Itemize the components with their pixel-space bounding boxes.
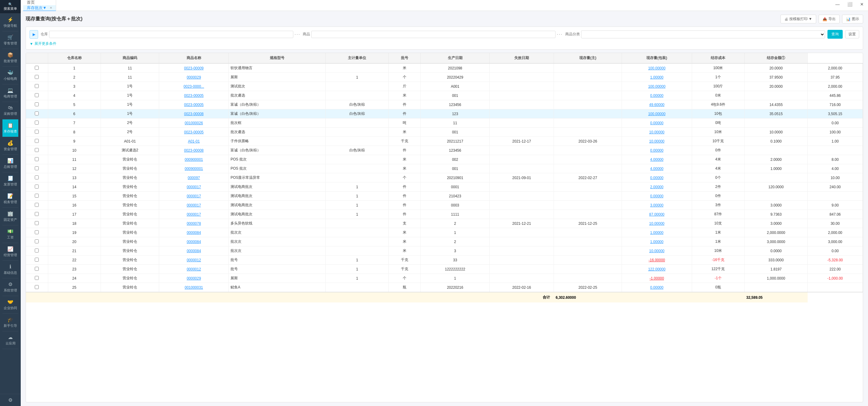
cell-10-3[interactable]: 000900001 xyxy=(159,155,229,164)
row-checkbox[interactable] xyxy=(35,130,39,134)
sidebar-item-7[interactable]: 💰资金管理 xyxy=(2,137,18,155)
cell-7-3[interactable]: 0023-00005 xyxy=(159,128,229,137)
row-checkbox[interactable] xyxy=(35,121,39,125)
row-checkbox[interactable] xyxy=(35,75,39,79)
sidebar-item-13[interactable]: 📈经营管理 xyxy=(2,243,18,261)
cell-7-10[interactable]: 10.00000 xyxy=(622,128,692,137)
row-checkbox[interactable] xyxy=(35,66,39,70)
row-checkbox[interactable] xyxy=(35,230,39,234)
cell-9-10[interactable]: 0.00000 xyxy=(622,146,692,155)
cell-5-10[interactable]: 100.00000 xyxy=(622,109,692,119)
row-checkbox[interactable] xyxy=(35,184,39,189)
cell-6-10[interactable]: 0.00000 xyxy=(622,119,692,128)
cell-3-3[interactable]: 0023-00005 xyxy=(159,91,229,100)
cell-21-3[interactable]: 0000012 xyxy=(159,256,229,265)
warehouse-input[interactable] xyxy=(49,31,293,38)
sidebar-item-9[interactable]: 🧾发票管理 xyxy=(2,172,18,190)
cell-11-3[interactable]: 000900001 xyxy=(159,164,229,173)
cell-22-3[interactable]: 0000012 xyxy=(159,265,229,274)
sidebar-item-17[interactable]: 🎓新手引导 xyxy=(2,314,18,331)
cell-23-10[interactable]: -1.00000 xyxy=(622,274,692,283)
row-checkbox[interactable] xyxy=(35,111,39,115)
cell-0-10[interactable]: 100.00000 xyxy=(622,63,692,73)
print-button[interactable]: 🖨 按模板打印 ▼ xyxy=(780,14,816,24)
cell-19-10[interactable]: 1.00000 xyxy=(622,237,692,246)
cell-0-3[interactable]: 0023-00009 xyxy=(159,63,229,73)
cell-23-3[interactable]: 0000029 xyxy=(159,274,229,283)
settings-button[interactable]: 设置 xyxy=(845,30,859,38)
cell-20-10[interactable]: 10.00000 xyxy=(622,246,692,256)
cell-9-3[interactable]: 0023-00008 xyxy=(159,146,229,155)
cell-4-10[interactable]: 49.60000 xyxy=(622,100,692,109)
sidebar-item-2[interactable]: 📦批发管理 xyxy=(2,49,18,67)
row-checkbox[interactable] xyxy=(35,285,39,289)
tab-item-0[interactable]: 首页 xyxy=(23,0,56,5)
tab-close-1[interactable]: ✕ xyxy=(50,6,52,9)
sidebar-item-14[interactable]: ℹ基础信息 xyxy=(2,261,18,278)
row-checkbox[interactable] xyxy=(35,248,39,252)
filter-expand-icon[interactable]: ▶ xyxy=(30,30,38,39)
cell-2-3[interactable]: 0023-0000... xyxy=(159,82,229,91)
sidebar-item-8[interactable]: 📊总账管理 xyxy=(2,155,18,172)
sidebar-item-1[interactable]: 🛒零售管理 xyxy=(2,31,18,49)
row-checkbox[interactable] xyxy=(35,139,39,143)
row-checkbox[interactable] xyxy=(35,276,39,280)
sidebar-item-0[interactable]: ⚡快捷导航 xyxy=(2,14,18,31)
sidebar-item-16[interactable]: 🤝企业协同 xyxy=(2,296,18,314)
cell-6-3[interactable]: 001000026 xyxy=(159,119,229,128)
cell-12-3[interactable]: 000097 xyxy=(159,173,229,182)
row-checkbox[interactable] xyxy=(35,93,39,97)
chart-button[interactable]: 📊 图示 xyxy=(842,14,863,24)
category-select[interactable] xyxy=(581,30,825,38)
query-button[interactable]: 查询 xyxy=(828,30,843,39)
row-checkbox[interactable] xyxy=(35,102,39,106)
cell-1-10[interactable]: 1.00000 xyxy=(622,73,692,82)
sidebar-settings-icon[interactable]: ⚙ xyxy=(0,394,21,406)
row-checkbox[interactable] xyxy=(35,194,39,198)
row-checkbox[interactable] xyxy=(35,166,39,170)
row-checkbox[interactable] xyxy=(35,212,39,216)
cell-22-10[interactable]: 122.00000 xyxy=(622,265,692,274)
cell-16-3[interactable]: 0000017 xyxy=(159,210,229,219)
sidebar-item-5[interactable]: 🛍采购管理 xyxy=(2,102,18,120)
cell-17-10[interactable]: 10.00000 xyxy=(622,219,692,228)
cell-8-3[interactable]: A01-01 xyxy=(159,137,229,146)
sidebar-item-12[interactable]: 💵工资 xyxy=(2,225,18,243)
cell-4-3[interactable]: 0023-00005 xyxy=(159,100,229,109)
cell-11-10[interactable]: 4.00000 xyxy=(622,164,692,173)
cell-17-3[interactable]: 0000078 xyxy=(159,219,229,228)
cell-3-10[interactable]: 0.00000 xyxy=(622,91,692,100)
tab-item-1[interactable]: 库存批次▼✕ xyxy=(23,5,56,11)
cell-13-3[interactable]: 0000017 xyxy=(159,182,229,192)
sidebar-item-18[interactable]: ☁云应用 xyxy=(2,331,18,349)
cell-24-3[interactable]: 001000031 xyxy=(159,283,229,293)
close-button[interactable]: ✕ xyxy=(856,0,868,8)
row-checkbox[interactable] xyxy=(35,267,39,271)
sidebar-item-4[interactable]: 💻电商管理 xyxy=(2,84,18,102)
export-button[interactable]: 📤 导出 xyxy=(818,14,840,24)
sidebar-item-3[interactable]: 🐳小鲸电商 xyxy=(2,67,18,84)
cell-18-10[interactable]: 1.00000 xyxy=(622,228,692,237)
cell-14-10[interactable]: 0.00000 xyxy=(622,192,692,201)
cell-1-3[interactable]: 0000029 xyxy=(159,73,229,82)
row-checkbox[interactable] xyxy=(35,148,39,152)
minimize-button[interactable]: — xyxy=(831,0,844,8)
row-checkbox[interactable] xyxy=(35,175,39,179)
row-checkbox[interactable] xyxy=(35,203,39,207)
cell-12-10[interactable]: 0.00000 xyxy=(622,173,692,182)
cell-20-3[interactable]: 0000084 xyxy=(159,246,229,256)
cell-15-10[interactable]: 3.00000 xyxy=(622,201,692,210)
cell-19-3[interactable]: 0000084 xyxy=(159,237,229,246)
cell-2-10[interactable]: 100.00000 xyxy=(622,82,692,91)
cell-15-3[interactable]: 0000017 xyxy=(159,201,229,210)
sidebar-search[interactable]: 🔍 搜索菜单 xyxy=(0,0,21,14)
row-checkbox[interactable] xyxy=(35,258,39,262)
cell-10-10[interactable]: 4.00000 xyxy=(622,155,692,164)
cell-21-10[interactable]: -16.00000 xyxy=(622,256,692,265)
cell-18-3[interactable]: 0000084 xyxy=(159,228,229,237)
row-checkbox[interactable] xyxy=(35,84,39,88)
cell-16-10[interactable]: 87.00000 xyxy=(622,210,692,219)
cell-13-10[interactable]: 2.00000 xyxy=(622,182,692,192)
cell-5-3[interactable]: 0023-00008 xyxy=(159,109,229,119)
cell-24-10[interactable]: 0.00000 xyxy=(622,283,692,293)
